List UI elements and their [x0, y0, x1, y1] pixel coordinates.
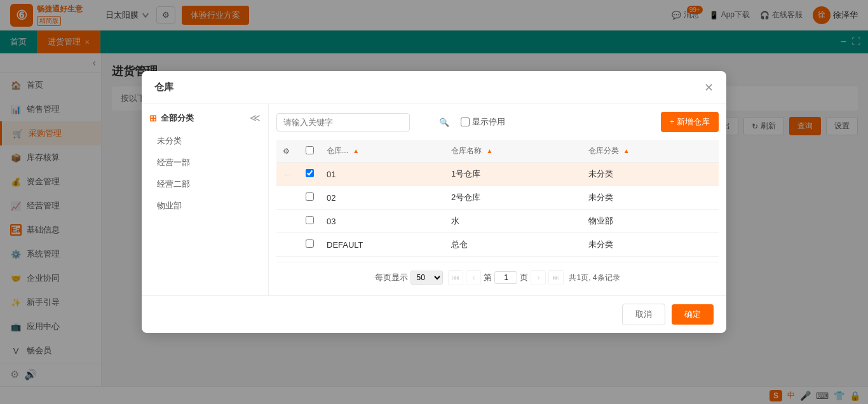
- warehouse-table: ⚙ 仓库... ▲: [276, 140, 719, 257]
- row-actions-1: [276, 186, 299, 210]
- page-first-button[interactable]: ⏮: [448, 270, 463, 285]
- modal-overlay: 仓库 ✕ ⊞ 全部分类 ≪ 未分类: [0, 0, 868, 404]
- category-item-1[interactable]: 经营一部: [142, 152, 268, 173]
- dialog-header: 仓库 ✕: [142, 71, 726, 104]
- row-select-cb-3[interactable]: [306, 239, 314, 248]
- confirm-button[interactable]: 确定: [672, 304, 714, 325]
- row-select-cb-0[interactable]: [306, 169, 314, 177]
- dialog-main: 🔍 显示停用 + 新增仓库: [269, 104, 726, 295]
- sort-icon-name: ▲: [486, 147, 492, 154]
- add-warehouse-button[interactable]: + 新增仓库: [661, 112, 719, 132]
- category-item-0[interactable]: 未分类: [142, 130, 268, 152]
- page-prev-button[interactable]: ‹: [466, 270, 481, 285]
- row-select-cb-2[interactable]: [306, 216, 314, 224]
- dialog-toolbar: 🔍 显示停用 + 新增仓库: [276, 112, 719, 132]
- grid-icon: ⊞: [149, 113, 157, 123]
- row-name-cell-2: 水: [445, 210, 581, 233]
- row-cat-cell-2: 物业部: [582, 210, 719, 233]
- col-checkbox: [299, 140, 320, 163]
- per-page-select: 每页显示 50 10 20 100: [375, 271, 443, 285]
- table-row[interactable]: DEFAULT 总仓 未分类: [276, 233, 719, 257]
- search-input[interactable]: [276, 113, 410, 131]
- row-checkbox-cell-3[interactable]: [299, 233, 320, 257]
- page-number-input[interactable]: [494, 271, 517, 284]
- row-actions-0: ···: [276, 163, 299, 186]
- per-page-label: 每页显示: [375, 272, 408, 283]
- show-disabled-label: 显示停用: [472, 116, 505, 128]
- dialog-categories: ⊞ 全部分类 ≪ 未分类 经营一部 经营二部 物业: [142, 104, 269, 295]
- col-gear-icon: ⚙: [283, 147, 290, 156]
- warehouse-dialog: 仓库 ✕ ⊞ 全部分类 ≪ 未分类: [142, 71, 726, 333]
- table-row[interactable]: 03 水 物业部: [276, 210, 719, 233]
- show-disabled-checkbox[interactable]: [461, 118, 470, 126]
- row-cat-cell-1: 未分类: [582, 186, 719, 210]
- row-code-cell-1: 02: [320, 186, 445, 210]
- page-next-button[interactable]: ›: [531, 270, 546, 285]
- select-all-checkbox[interactable]: [306, 146, 314, 154]
- row-actions-2: [276, 210, 299, 233]
- col-settings: ⚙: [276, 140, 299, 163]
- category-item-3[interactable]: 物业部: [142, 195, 268, 217]
- dialog-footer: 取消 确定: [142, 295, 726, 333]
- row-checkbox-cell-2[interactable]: [299, 210, 320, 233]
- search-icon[interactable]: 🔍: [439, 118, 449, 127]
- row-code-cell-3: DEFAULT: [320, 233, 445, 257]
- row-cat-cell-0: 未分类: [582, 163, 719, 186]
- col-code-header: 仓库... ▲: [320, 140, 445, 163]
- sort-icon-cat: ▲: [623, 147, 630, 154]
- per-page-dropdown[interactable]: 50 10 20 100: [410, 271, 443, 285]
- row-name-cell-1: 2号仓库: [445, 186, 581, 210]
- page-label: 第: [484, 272, 492, 283]
- category-collapse-icon[interactable]: ≪: [250, 112, 261, 124]
- dialog-category-header: ⊞ 全部分类 ≪: [142, 112, 268, 130]
- row-name-cell-0: 1号仓库: [445, 163, 581, 186]
- table-row[interactable]: ··· 01 1号仓库 未分类: [276, 163, 719, 186]
- row-more-icon-${i}[interactable]: ···: [285, 170, 292, 179]
- dialog-body: ⊞ 全部分类 ≪ 未分类 经营一部 经营二部 物业: [142, 104, 726, 295]
- dialog-close-button[interactable]: ✕: [704, 82, 714, 93]
- sort-icon-code: ▲: [353, 147, 359, 154]
- cancel-button[interactable]: 取消: [622, 304, 665, 325]
- total-info: 共1页, 4条记录: [569, 273, 620, 283]
- row-checkbox-cell-0[interactable]: [299, 163, 320, 186]
- dialog-title: 仓库: [154, 81, 173, 93]
- row-select-cb-1[interactable]: [306, 192, 314, 201]
- row-checkbox-cell-1[interactable]: [299, 186, 320, 210]
- row-code-cell-2: 03: [320, 210, 445, 233]
- page-last-button[interactable]: ⏭: [548, 270, 564, 285]
- row-name-cell-3: 总仓: [445, 233, 581, 257]
- col-name-header: 仓库名称 ▲: [445, 140, 581, 163]
- all-categories-label: 全部分类: [161, 112, 194, 124]
- page-navigation: ⏮ ‹ 第 页 › ⏭: [448, 270, 564, 285]
- search-wrap: 🔍: [276, 113, 454, 131]
- row-code-cell-0: 01: [320, 163, 445, 186]
- category-item-2[interactable]: 经营二部: [142, 173, 268, 195]
- page-unit: 页: [520, 272, 528, 283]
- table-row[interactable]: 02 2号仓库 未分类: [276, 186, 719, 210]
- col-category-header: 仓库分类 ▲: [582, 140, 719, 163]
- dialog-pagination: 每页显示 50 10 20 100 ⏮ ‹ 第: [276, 262, 719, 288]
- show-disabled-toggle[interactable]: 显示停用: [461, 116, 505, 128]
- all-categories-item[interactable]: ⊞ 全部分类: [149, 112, 194, 124]
- row-actions-3: [276, 233, 299, 257]
- row-cat-cell-3: 未分类: [582, 233, 719, 257]
- warehouse-table-wrap: ⚙ 仓库... ▲: [276, 140, 719, 257]
